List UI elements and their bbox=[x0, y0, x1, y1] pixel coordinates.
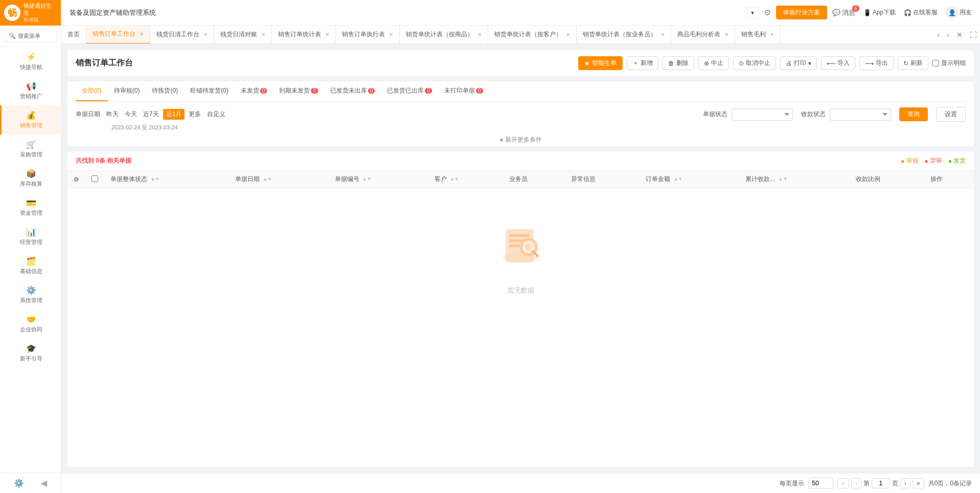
deliver-action[interactable]: ● 发货 bbox=[948, 156, 966, 165]
delete-button[interactable]: 🗑 删除 bbox=[663, 56, 694, 70]
filter-tab-shipped-out[interactable]: 已发货已出库0 bbox=[381, 81, 438, 101]
filter-tab-all[interactable]: 全部(0) bbox=[76, 81, 108, 101]
tab-sales-stat[interactable]: 销售订单统计表 ✕ bbox=[272, 26, 336, 44]
filter-tab-pending-inspect[interactable]: 待拣货(0) bbox=[146, 81, 184, 101]
sidebar-item-guide[interactable]: 🎓 新手引导 bbox=[0, 339, 61, 368]
sort-number-icon[interactable]: ▲▼ bbox=[362, 177, 372, 182]
import-button[interactable]: ⟵ 导入 bbox=[821, 56, 855, 70]
select-all-checkbox[interactable] bbox=[92, 175, 98, 182]
tab-close-sales-customer[interactable]: ✕ bbox=[566, 32, 570, 37]
page-prev-button[interactable]: ‹ bbox=[851, 478, 861, 488]
filter-tab-expired-not-shipped[interactable]: 到期未发货0 bbox=[273, 81, 324, 101]
tab-close-sales-workbench[interactable]: ✕ bbox=[140, 31, 144, 37]
sidebar-item-operations[interactable]: 📊 经营管理 bbox=[0, 222, 61, 251]
sidebar-item-basic[interactable]: 🗂️ 基础信息 bbox=[0, 251, 61, 280]
page-size-select[interactable]: 10 20 50 100 bbox=[808, 478, 833, 489]
sidebar-item-inventory[interactable]: 📦 库存核算 bbox=[0, 164, 61, 193]
search-menu-button[interactable]: 🔍 搜索菜单 bbox=[4, 30, 57, 42]
sort-collected-icon[interactable]: ▲▼ bbox=[779, 177, 788, 182]
stop-button[interactable]: ⊗ 中止 bbox=[698, 56, 729, 70]
app-download-link[interactable]: 📱 App下载 bbox=[863, 8, 896, 17]
tab-sales-product[interactable]: 销货单统计表（按商品） ✕ bbox=[400, 26, 488, 44]
online-service-link[interactable]: 🎧 在线客服 bbox=[904, 8, 938, 17]
tab-close-cash-daily[interactable]: ✕ bbox=[203, 32, 208, 37]
show-detail-checkbox[interactable] bbox=[932, 60, 939, 66]
date-btn-group: 昨天 今天 近7天 近1月 更多 自定义 bbox=[104, 109, 227, 120]
tab-home[interactable]: 首页 bbox=[61, 26, 86, 44]
tab-sales-exec[interactable]: 销售订单执行表 ✕ bbox=[336, 26, 400, 44]
print-button[interactable]: 🖨 打印 ▾ bbox=[780, 56, 817, 70]
tab-sales-more[interactable]: 销售毛利 ✕ bbox=[735, 26, 781, 44]
filter-tab-pending-review[interactable]: 待审核(0) bbox=[108, 81, 146, 101]
tab-close-sales-staff[interactable]: ✕ bbox=[660, 32, 665, 37]
cancel-stop-button[interactable]: ⊙ 取消中止 bbox=[733, 56, 776, 70]
tab-cash-daily[interactable]: 钱货日清工作台 ✕ bbox=[150, 26, 214, 44]
status-select[interactable] bbox=[732, 108, 793, 121]
tab-close-all-button[interactable]: ✕ bbox=[953, 31, 966, 39]
system-dropdown-button[interactable]: ▾ bbox=[746, 7, 759, 18]
sidebar-item-purchase[interactable]: 🛒 采购管理 bbox=[0, 135, 61, 164]
page-next-button[interactable]: › bbox=[900, 478, 910, 488]
refresh-icon: ↻ bbox=[903, 60, 908, 67]
custom-btn[interactable]: 自定义 bbox=[205, 109, 227, 120]
tab-fullscreen-button[interactable]: ⛶ bbox=[967, 31, 980, 39]
sidebar-item-quick[interactable]: ⚡ 快捷导航 bbox=[0, 47, 61, 76]
sort-customer-icon[interactable]: ▲▼ bbox=[450, 177, 459, 182]
sidebar-item-sales[interactable]: 💰 销售管理 bbox=[0, 105, 61, 135]
more-btn[interactable]: 更多 bbox=[187, 109, 203, 120]
page-first-button[interactable]: « bbox=[837, 478, 849, 488]
col-settings[interactable]: ⚙ bbox=[67, 171, 85, 188]
add-button[interactable]: ＋ 新增 bbox=[627, 56, 658, 70]
tab-gross-margin[interactable]: 商品毛利分析表 ✕ bbox=[671, 26, 735, 44]
show-detail-checkbox-label[interactable]: 显示明细 bbox=[932, 59, 966, 68]
setting-button[interactable]: 设置 bbox=[936, 107, 966, 122]
tab-close-sales-product[interactable]: ✕ bbox=[477, 32, 482, 37]
tab-close-sales-exec[interactable]: ✕ bbox=[389, 32, 393, 37]
tab-close-gross-margin[interactable]: ✕ bbox=[724, 32, 728, 37]
sidebar-bottom: ⚙️ ◀ bbox=[0, 473, 61, 493]
expand-conditions-button[interactable]: ▾ 展开更多条件 bbox=[500, 136, 542, 144]
audit-action[interactable]: ● 审核 bbox=[901, 156, 918, 165]
export-button[interactable]: ⟶ 导出 bbox=[859, 56, 894, 70]
query-button[interactable]: 查询 bbox=[899, 107, 928, 121]
filter-tab-shipped-not-out[interactable]: 已发货未出库0 bbox=[324, 81, 381, 101]
topbar-gear-button[interactable]: ⚙ bbox=[764, 8, 771, 17]
tab-prev-button[interactable]: ‹ bbox=[935, 31, 943, 39]
user-menu[interactable]: 👤 用友 bbox=[946, 7, 972, 19]
tab-close-cash-reconcile[interactable]: ✕ bbox=[261, 32, 265, 37]
payment-select[interactable] bbox=[830, 108, 891, 121]
message-button[interactable]: 💬 消息 6 bbox=[832, 8, 855, 17]
sidebar-item-enterprise[interactable]: 🤝 企业协同 bbox=[0, 309, 61, 339]
today-btn[interactable]: 今天 bbox=[123, 109, 139, 120]
filter-tab-not-printed[interactable]: 未打印单据0 bbox=[438, 81, 489, 101]
not-shipped-badge: 0 bbox=[260, 88, 267, 94]
page-last-button[interactable]: » bbox=[913, 478, 924, 488]
collapse-sidebar-button[interactable]: ◀ bbox=[41, 478, 47, 488]
tab-sales-workbench[interactable]: 销售订单工作台 ✕ bbox=[86, 26, 150, 44]
sidebar-item-marketing[interactable]: 📢 营销推广 bbox=[0, 76, 61, 105]
filter-tab-wangpu[interactable]: 旺铺待发货(0) bbox=[184, 81, 235, 101]
refresh-button[interactable]: ↻ 刷新 bbox=[898, 56, 928, 70]
sort-amount-icon[interactable]: ▲▼ bbox=[674, 177, 683, 182]
page-input[interactable]: 1 bbox=[872, 478, 890, 488]
filter-tab-not-shipped[interactable]: 未发货0 bbox=[235, 81, 274, 101]
tab-close-sales-more[interactable]: ✕ bbox=[770, 32, 774, 37]
sort-date-icon[interactable]: ▲▼ bbox=[263, 177, 272, 182]
export-icon: ⟶ bbox=[865, 60, 874, 67]
1month-btn[interactable]: 近1月 bbox=[163, 109, 185, 120]
tab-sales-customer[interactable]: 销货单统计表（按客户） ✕ bbox=[488, 26, 577, 44]
col-checkbox[interactable] bbox=[85, 171, 104, 188]
tab-close-sales-stat[interactable]: ✕ bbox=[325, 32, 329, 37]
smart-create-button[interactable]: ★ 智能生单 bbox=[578, 56, 623, 70]
sidebar-item-system[interactable]: ⚙️ 系统管理 bbox=[0, 280, 61, 309]
7days-btn[interactable]: 近7天 bbox=[141, 109, 161, 120]
tab-next-button[interactable]: › bbox=[944, 31, 952, 39]
yesterday-btn[interactable]: 昨天 bbox=[104, 109, 121, 120]
sort-status-icon[interactable]: ▲▼ bbox=[150, 177, 159, 182]
tab-cash-reconcile[interactable]: 钱货日清对账 ✕ bbox=[214, 26, 272, 44]
settings-gear-button[interactable]: ⚙️ bbox=[14, 478, 24, 488]
solution-button[interactable]: 体验行业方案 bbox=[776, 6, 827, 19]
sidebar-item-finance[interactable]: 💳 资金管理 bbox=[0, 193, 61, 222]
revoke-action[interactable]: ● 弃审 bbox=[925, 156, 942, 165]
tab-sales-staff[interactable]: 销货单统计表（按业务员） ✕ bbox=[577, 26, 671, 44]
